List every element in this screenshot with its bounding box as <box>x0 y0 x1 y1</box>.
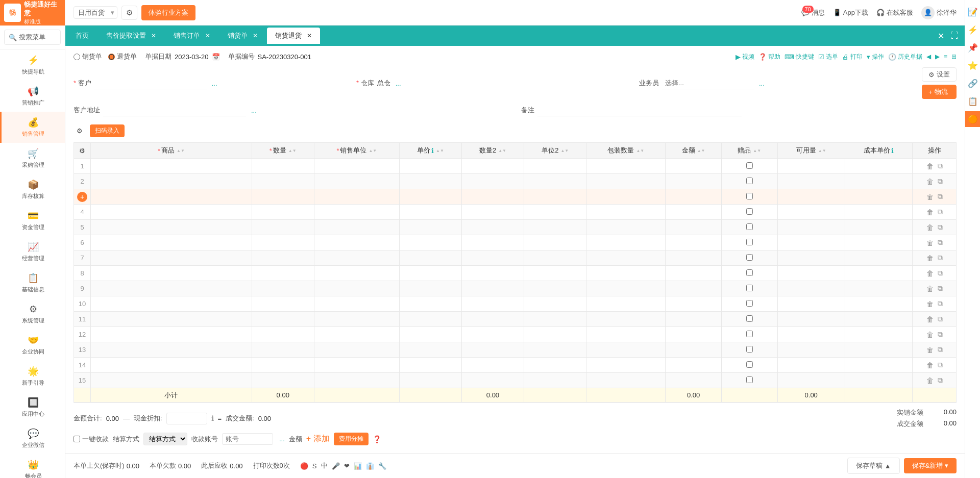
product-cell-13[interactable] <box>91 342 252 358</box>
gift-cell-15[interactable] <box>721 373 777 388</box>
product-cell-11[interactable] <box>91 312 252 327</box>
unit2-cell-10[interactable] <box>524 296 586 312</box>
gift-cell-12[interactable] <box>721 327 777 342</box>
gift-checkbox-10[interactable] <box>746 300 753 307</box>
unit2-cell-14[interactable] <box>524 358 586 373</box>
unit2-cell-4[interactable] <box>524 205 586 220</box>
remark-input[interactable] <box>537 104 742 116</box>
quantity2-cell-6[interactable] <box>461 235 524 250</box>
type-delivery-label[interactable]: 销货单 <box>74 52 102 61</box>
quantity2-cell-9[interactable] <box>461 281 524 296</box>
select-button[interactable]: ☑ 选单 <box>818 53 838 61</box>
gift-checkbox-2[interactable] <box>746 178 753 184</box>
unit-price-cell-11[interactable] <box>399 312 461 327</box>
available-cell-13[interactable] <box>777 342 845 358</box>
gift-cell-14[interactable] <box>721 358 777 373</box>
quantity-cell-1[interactable] <box>252 159 314 174</box>
app-download-item[interactable]: 📱 App下载 <box>833 8 868 17</box>
amount-cell-15[interactable] <box>666 373 722 388</box>
delete-row-2-button[interactable]: 🗑 <box>925 177 935 187</box>
amount-cell-8[interactable] <box>666 266 722 281</box>
unit-price-cell-10[interactable] <box>399 296 461 312</box>
amount-cell-10[interactable] <box>666 296 722 312</box>
quantity-cell-9[interactable] <box>252 281 314 296</box>
account-input[interactable] <box>222 433 273 445</box>
gift-checkbox-7[interactable] <box>746 254 753 261</box>
copy-row-7-button[interactable]: ⧉ <box>937 253 944 263</box>
amount-cell-3[interactable] <box>666 189 722 205</box>
sidebar-item-member[interactable]: 👑 畅会员 <box>0 454 65 478</box>
operate-button[interactable]: ▾ 操作 <box>867 53 884 61</box>
sales-unit-cell-1[interactable] <box>314 159 399 174</box>
sales-unit-cell-10[interactable] <box>314 296 399 312</box>
unit2-cell-1[interactable] <box>524 159 586 174</box>
sales-unit-cell-4[interactable] <box>314 205 399 220</box>
quantity-cell-7[interactable] <box>252 250 314 266</box>
sales-unit-cell-7[interactable] <box>314 250 399 266</box>
sidebar-item-inventory[interactable]: 📦 库存核算 <box>0 174 65 205</box>
sales-unit-cell-8[interactable] <box>314 266 399 281</box>
tab-sales-return[interactable]: 销货退货 ✕ <box>267 28 320 44</box>
copy-row-15-button[interactable]: ⧉ <box>937 375 944 386</box>
quantity2-cell-11[interactable] <box>461 312 524 327</box>
available-cell-8[interactable] <box>777 266 845 281</box>
pack-qty-cell-13[interactable] <box>586 342 666 358</box>
staff-dots-button[interactable]: ... <box>759 80 765 87</box>
sales-unit-cell-14[interactable] <box>314 358 399 373</box>
staff-input[interactable] <box>662 77 754 89</box>
right-sidebar-btn-4[interactable]: ⭐ <box>965 58 980 73</box>
copy-row-4-button[interactable]: ⧉ <box>937 207 944 217</box>
unit-price-cell-5[interactable] <box>399 220 461 235</box>
gift-checkbox-12[interactable] <box>746 331 753 337</box>
delete-row-3-button[interactable]: 🗑 <box>925 192 935 202</box>
pack-qty-cell-7[interactable] <box>586 250 666 266</box>
available-cell-7[interactable] <box>777 250 845 266</box>
gift-checkbox-11[interactable] <box>746 315 753 322</box>
account-dots-button[interactable]: ... <box>279 435 285 443</box>
amount-cell-9[interactable] <box>666 281 722 296</box>
sidebar-item-wechat[interactable]: 💬 企业微信 <box>0 423 65 454</box>
quantity-cell-3[interactable] <box>252 189 314 205</box>
quantity2-cell-12[interactable] <box>461 327 524 342</box>
quantity2-cell-1[interactable] <box>461 159 524 174</box>
copy-row-10-button[interactable]: ⧉ <box>937 298 944 309</box>
video-button[interactable]: ▶ 视频 <box>736 53 754 61</box>
gift-cell-6[interactable] <box>721 235 777 250</box>
sidebar-item-sales[interactable]: 💰 销售管理 <box>0 112 65 143</box>
product-cell-7[interactable] <box>91 250 252 266</box>
grid-view-button[interactable]: ⊞ <box>951 53 957 60</box>
discount-input[interactable] <box>166 413 207 424</box>
pack-qty-cell-4[interactable] <box>586 205 666 220</box>
product-cell-5[interactable] <box>91 220 252 235</box>
calc-method-select[interactable]: 结算方式 <box>143 433 187 445</box>
gift-checkbox-8[interactable] <box>746 269 753 276</box>
sidebar-item-finance[interactable]: 💳 资金管理 <box>0 205 65 236</box>
available-cell-15[interactable] <box>777 373 845 388</box>
gift-checkbox-6[interactable] <box>746 239 753 245</box>
pack-qty-cell-1[interactable] <box>586 159 666 174</box>
delete-row-10-button[interactable]: 🗑 <box>925 299 935 309</box>
type-return-radio[interactable] <box>108 54 115 60</box>
logistics-button[interactable]: + 物流 <box>922 85 957 99</box>
sales-unit-cell-5[interactable] <box>314 220 399 235</box>
history-button[interactable]: 🕐 历史单据 <box>888 53 922 61</box>
product-cell-6[interactable] <box>91 235 252 250</box>
cost-unit-cell-10[interactable] <box>845 296 913 312</box>
unit-price-cell-13[interactable] <box>399 342 461 358</box>
sales-unit-cell-6[interactable] <box>314 235 399 250</box>
type-return-label[interactable]: 退货单 <box>108 52 137 61</box>
gift-cell-2[interactable] <box>721 174 777 189</box>
gift-checkbox-15[interactable] <box>746 376 753 383</box>
address-dots-button[interactable]: ... <box>251 107 257 114</box>
delete-row-6-button[interactable]: 🗑 <box>925 238 935 248</box>
cost-unit-cell-13[interactable] <box>845 342 913 358</box>
onepay-label[interactable]: 一键收款 <box>74 435 109 444</box>
amount-cell-2[interactable] <box>666 174 722 189</box>
sidebar-item-enterprise[interactable]: 🤝 企业协同 <box>0 330 65 361</box>
quantity2-cell-4[interactable] <box>461 205 524 220</box>
unit2-cell-3[interactable] <box>524 189 586 205</box>
unit-price-cell-9[interactable] <box>399 281 461 296</box>
trial-button[interactable]: 体验行业方案 <box>141 5 195 20</box>
shortcut-button[interactable]: ⌨ 快捷键 <box>785 53 814 61</box>
amount-cell-7[interactable] <box>666 250 722 266</box>
